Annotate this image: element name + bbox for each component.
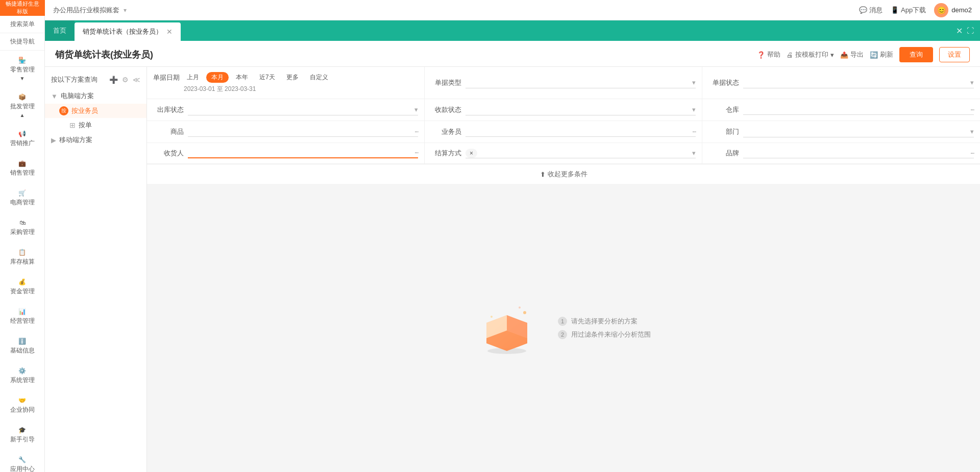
tip-text-2: 用过滤条件来缩小分析范围 (571, 330, 651, 339)
message-button[interactable]: 💬 消息 (859, 6, 883, 15)
enterprise-icon: 🤝 (18, 397, 26, 404)
sidebar-item-purchase[interactable]: 🛍 采购管理 (0, 213, 44, 243)
help-label: 帮助 (767, 50, 780, 59)
tab-close-icon[interactable]: ✕ (166, 28, 173, 36)
receive-status-control: ▾ (465, 104, 696, 115)
tree-group-arrow-icon: ▼ (51, 92, 58, 100)
receive-status-input[interactable] (465, 104, 692, 115)
empty-tip-1: 1 请先选择要分析的方案 (558, 317, 651, 326)
warehouse-control: ··· (743, 105, 974, 115)
sidebar-item-newbie-label: 新手引导 (10, 435, 35, 444)
tab-home[interactable]: 首页 (45, 20, 75, 41)
app-dropdown-icon[interactable]: ▾ (124, 7, 127, 14)
topbar: 办公用品行业模拟账套 ▾ 💬 消息 📱 App下载 😊 demo2 (45, 0, 980, 20)
date-tab-custom[interactable]: 自定义 (306, 72, 332, 83)
sidebar-item-newbie[interactable]: 🎓 新手引导 (0, 420, 44, 450)
app-download-button[interactable]: 📱 App下载 (891, 6, 926, 15)
date-tab-this-month[interactable]: 本月 (206, 72, 229, 83)
goods-dots[interactable]: ··· (414, 127, 418, 136)
filter-row-2: 出库状态 ▾ 收款状态 ▾ (147, 99, 980, 121)
newbie-icon: 🎓 (18, 427, 26, 434)
refresh-button[interactable]: 🔄 刷新 (870, 50, 893, 59)
sidebar-item-apps[interactable]: 🔧 应用中心 (0, 450, 44, 472)
print-button[interactable]: 🖨 按模板打印 ▾ (787, 50, 834, 59)
receive-status-dropdown-icon[interactable]: ▾ (692, 106, 696, 113)
download-icon: 📱 (891, 6, 899, 14)
recipient-dots[interactable]: ··· (414, 148, 418, 157)
filter-row-3: 商品 ··· 业务员 ··· (147, 121, 980, 143)
type-dropdown-icon[interactable]: ▾ (692, 79, 696, 86)
sidebar-item-wholesale[interactable]: 📦 批发管理 ▲ (0, 87, 44, 124)
filter-cell-payment: 结算方式 × ▾ (425, 143, 702, 163)
dept-dropdown-icon[interactable]: ▾ (970, 128, 974, 135)
settings-scheme-icon[interactable]: ⚙ (122, 76, 129, 84)
query-button[interactable]: 查询 (899, 47, 933, 62)
sidebar-item-finance[interactable]: 💰 资金管理 (0, 272, 44, 302)
page-header: 销货单统计表(按业务员) ❓ 帮助 🖨 按模板打印 ▾ 📤 导出 🔄 刷新 (45, 41, 980, 67)
page-content: 销货单统计表(按业务员) ❓ 帮助 🖨 按模板打印 ▾ 📤 导出 🔄 刷新 (45, 41, 980, 472)
payment-dropdown-icon[interactable]: ▾ (692, 149, 696, 157)
date-tab-this-year[interactable]: 本年 (232, 72, 252, 83)
tab-sales-stats[interactable]: 销货单统计表（按业务员） ✕ (75, 22, 181, 41)
sidebar-item-basic[interactable]: ℹ️ 基础信息 (0, 332, 44, 361)
refresh-label: 刷新 (880, 50, 893, 59)
settings-button[interactable]: 设置 (939, 47, 970, 62)
basic-icon: ℹ️ (18, 338, 26, 345)
by-order-label: 按单 (79, 121, 92, 130)
app-logo[interactable]: 畅捷通好生意 标版 (0, 0, 45, 16)
sidebar-item-sales[interactable]: 💼 销售管理 (0, 154, 44, 183)
date-tab-last-month[interactable]: 上月 (183, 72, 203, 83)
user-profile[interactable]: 😊 demo2 (934, 3, 972, 17)
retail-arrow-icon: ▼ (20, 76, 25, 81)
tab-close-window-icon[interactable]: ✕ (956, 26, 963, 36)
status-dropdown-icon[interactable]: ▾ (970, 79, 974, 86)
sidebar-item-inventory[interactable]: 📋 库存核算 (0, 243, 44, 272)
sidebar-item-basic-label: 基础信息 (10, 346, 35, 355)
status-input[interactable] (743, 77, 970, 88)
by-order-icon: ⊞ (69, 121, 76, 129)
out-status-control: ▾ (188, 104, 418, 115)
tree-group-pc-label: 电脑端方案 (61, 91, 94, 101)
export-button[interactable]: 📤 导出 (840, 50, 864, 59)
collapse-button[interactable]: ⬆ 收起更多条件 (147, 164, 980, 184)
quick-nav[interactable]: 快捷导航 (0, 33, 44, 51)
out-status-label: 出库状态 (153, 105, 184, 114)
tab-maximize-icon[interactable]: ⛶ (967, 27, 974, 35)
help-button[interactable]: ❓ 帮助 (757, 50, 780, 59)
tree-group-mobile[interactable]: ▶ 移动端方案 (45, 132, 146, 148)
sidebar-item-purchase-label: 采购管理 (10, 228, 35, 237)
sidebar-item-marketing[interactable]: 📢 营销推广 (0, 124, 44, 154)
filter-cell-salesman: 业务员 ··· (425, 121, 702, 143)
empty-tips: 1 请先选择要分析的方案 2 用过滤条件来缩小分析范围 (558, 317, 651, 339)
dept-input[interactable] (743, 126, 970, 137)
tree-group-pc[interactable]: ▼ 电脑端方案 (45, 88, 146, 104)
payment-tag-close[interactable]: × (470, 150, 473, 157)
type-input[interactable] (465, 77, 692, 88)
sidebar-item-retail[interactable]: 🏪 零售管理 ▼ (0, 51, 44, 87)
date-tab-7days[interactable]: 近7天 (255, 72, 279, 83)
sidebar-item-ecommerce[interactable]: 🛒 电商管理 (0, 183, 44, 213)
recipient-control: ··· (188, 148, 418, 158)
out-status-input[interactable] (188, 104, 414, 115)
sidebar-item-operations[interactable]: 📊 经营管理 (0, 302, 44, 332)
warehouse-dots[interactable]: ··· (970, 105, 974, 114)
search-menu[interactable]: 搜索菜单 (0, 16, 44, 33)
tree-subchild-by-order[interactable]: ⊞ 按单 (45, 118, 146, 132)
sidebar-item-system[interactable]: ⚙️ 系统管理 (0, 361, 44, 391)
add-scheme-icon[interactable]: ➕ (109, 76, 118, 84)
brand-dots[interactable]: ··· (970, 149, 974, 158)
sales-stats-tab-label: 销货单统计表（按业务员） (83, 27, 162, 36)
sidebar-item-inventory-label: 库存核算 (10, 257, 35, 266)
out-status-dropdown-icon[interactable]: ▾ (414, 106, 418, 113)
system-icon: ⚙️ (18, 367, 26, 374)
salesman-dots[interactable]: ··· (692, 127, 696, 136)
tree-child-by-salesman[interactable]: 按 按业务员 (45, 104, 146, 118)
empty-state-area: 1 请先选择要分析的方案 2 用过滤条件来缩小分析范围 (147, 184, 980, 472)
date-tab-more[interactable]: 更多 (282, 72, 303, 83)
by-salesman-label: 按业务员 (71, 106, 98, 115)
collapse-panel-icon[interactable]: ≪ (133, 76, 140, 84)
filter-cell-out-status: 出库状态 ▾ (147, 99, 425, 121)
sidebar-item-enterprise[interactable]: 🤝 企业协同 (0, 391, 44, 420)
filter-section: 单据日期 上月 本月 本年 近7天 更多 自定义 2023 (147, 67, 980, 184)
sidebar-item-operations-label: 经营管理 (10, 317, 35, 325)
